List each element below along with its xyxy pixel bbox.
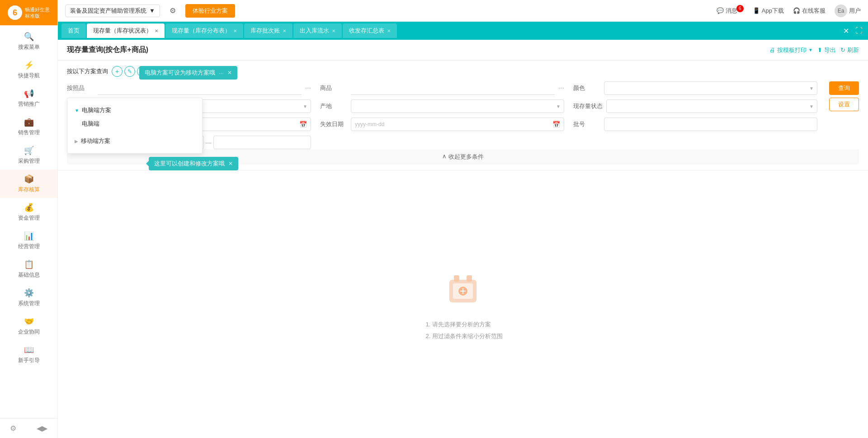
reset-button[interactable]: 设置 <box>829 98 859 111</box>
empty-tips: 请先选择要分析的方案 用过滤条件来缩小分析范围 <box>423 319 503 342</box>
sidebar: 6 畅通好生意 标准版 🔍 搜索菜单 ⚡ 快捷导航 📢 营销推广 💼 销售管理 … <box>0 0 58 438</box>
stock-status-label: 现存量状态 <box>573 102 603 110</box>
tab-close-inventory-status[interactable]: ✕ <box>155 28 158 33</box>
logo-text: 畅通好生意 标准版 <box>25 6 50 19</box>
scheme-dropdown-close[interactable]: ✕ <box>227 70 232 76</box>
tab-close-batch[interactable]: ✕ <box>283 28 286 33</box>
filter-header: 按以下方案查询 + ✎ ← 电脑方案可设为移动方案哦 ··· ✕ <box>67 66 859 77</box>
refresh-button[interactable]: ↻ 刷新 <box>840 46 859 54</box>
expiry-date-input[interactable]: yyyy-mm-dd 📅 <box>351 118 564 131</box>
filter-label: 按以下方案查询 <box>67 67 108 75</box>
export-icon: ⬆ <box>817 47 822 53</box>
add-scheme-button[interactable]: + <box>112 66 123 77</box>
tab-close-all-button[interactable]: ✕ <box>841 25 851 37</box>
goods-more-btn[interactable]: ··· <box>558 84 564 92</box>
scheme-section-desktop: ▼ 电脑端方案 电脑端 <box>67 102 202 132</box>
settings-btn[interactable]: ⚙ <box>10 424 16 433</box>
filter-row-origin: 产地 ▼ <box>320 99 564 113</box>
sidebar-item-collab[interactable]: 🤝 企业协同 <box>0 312 57 340</box>
stock-main-max-input[interactable] <box>213 136 311 149</box>
topbar-right: 💬 消息 6 📱 App下载 🎧 在线客服 Ea 用户 <box>717 5 861 17</box>
sidebar-item-system[interactable]: ⚙️ 系统管理 <box>0 283 57 312</box>
empty-illustration <box>440 266 486 311</box>
tabbar-actions: ✕ ⛶ <box>841 25 864 37</box>
scheme-tooltip-close[interactable]: ✕ <box>228 160 233 167</box>
warehouse-more-btn[interactable]: ··· <box>305 84 311 92</box>
color-select[interactable] <box>604 81 817 95</box>
sidebar-item-marketing[interactable]: 📢 营销推广 <box>0 84 57 113</box>
sidebar-item-basic[interactable]: 📋 基础信息 <box>0 255 57 283</box>
basic-icon: 📋 <box>24 259 34 269</box>
sidebar-item-guide[interactable]: 📖 新手引导 <box>0 340 57 369</box>
system-icon: ⚙️ <box>24 288 34 298</box>
print-chevron-icon: ▼ <box>808 47 813 52</box>
marketing-icon: 📢 <box>24 89 34 99</box>
print-icon: 🖨 <box>769 47 775 53</box>
sidebar-item-inventory[interactable]: 📦 库存核算 <box>0 170 57 198</box>
search-icon: 🔍 <box>24 32 34 42</box>
sidebar-item-purchase[interactable]: 🛒 采购管理 <box>0 141 57 170</box>
scheme-dropdown-tooltip: 电脑方案可设为移动方案哦 ··· ✕ <box>139 66 237 80</box>
sidebar-menu: 🔍 搜索菜单 ⚡ 快捷导航 📢 营销推广 💼 销售管理 🛒 采购管理 📦 库存核… <box>0 25 57 418</box>
scheme-group-mobile: ▶ 移动端方案 <box>75 134 197 148</box>
chevron-down-icon: ▼ <box>149 7 155 14</box>
filter-row-expiry-date: 失效日期 yyyy-mm-dd 📅 <box>320 118 564 131</box>
tab-flow[interactable]: 出入库流水 ✕ <box>293 24 342 38</box>
online-service-button[interactable]: 🎧 在线客服 <box>793 7 826 15</box>
main-content: 装备及固定资产辅助管理系统 ▼ ⚙ 体验行业方案 💬 消息 6 📱 App下载 … <box>58 0 868 438</box>
logo-icon: 6 <box>8 5 22 20</box>
tab-summary[interactable]: 收发存汇总表 ✕ <box>343 24 397 38</box>
edit-scheme-button[interactable]: ✎ <box>124 66 135 77</box>
warehouse-label: 按照品 <box>67 84 94 92</box>
stock-status-select[interactable] <box>606 99 817 113</box>
trial-button[interactable]: 体验行业方案 <box>185 4 235 18</box>
tab-expand-button[interactable]: ⛶ <box>854 25 864 37</box>
color-label: 颜色 <box>573 84 600 92</box>
tab-inventory-dist[interactable]: 现存量（库存分布表） ✕ <box>165 24 243 38</box>
svg-rect-5 <box>454 275 459 282</box>
sidebar-item-search[interactable]: 🔍 搜索菜单 <box>0 27 57 56</box>
filter-area: 按以下方案查询 + ✎ ← 电脑方案可设为移动方案哦 ··· ✕ <box>58 61 868 170</box>
sales-icon: 💼 <box>24 117 34 127</box>
sidebar-logo: 6 畅通好生意 标准版 <box>0 0 57 25</box>
sidebar-item-management[interactable]: 📊 经营管理 <box>0 226 57 255</box>
filter-row-warehouse: 按照品 ··· <box>67 81 311 95</box>
export-button[interactable]: ⬆ 导出 <box>817 46 836 54</box>
search-actions: 查询 设置 <box>829 81 859 111</box>
goods-label: 商品 <box>320 84 347 92</box>
tab-close-flow[interactable]: ✕ <box>332 28 335 33</box>
tab-inventory-status[interactable]: 现存量（库存状况表） ✕ <box>87 24 165 38</box>
app-download-button[interactable]: 📱 App下载 <box>753 7 784 15</box>
message-button[interactable]: 💬 消息 6 <box>717 7 744 15</box>
tab-batch[interactable]: 库存批次账 ✕ <box>244 24 292 38</box>
tab-close-inventory-dist[interactable]: ✕ <box>233 28 237 33</box>
page: 现存量查询(按仓库+商品) 🖨 按模板打印 ▼ ⬆ 导出 ↻ 刷新 <box>58 40 868 438</box>
user-area[interactable]: Ea 用户 <box>835 5 861 17</box>
collab-icon: 🤝 <box>24 316 34 326</box>
topbar-gear-button[interactable]: ⚙ <box>165 4 180 18</box>
sidebar-item-finance[interactable]: 💰 资金管理 <box>0 198 57 226</box>
expiry-calendar-icon: 📅 <box>552 121 560 128</box>
tab-home[interactable]: 首页 <box>61 24 86 38</box>
print-button[interactable]: 🖨 按模板打印 ▼ <box>769 46 813 54</box>
refresh-icon: ↻ <box>840 47 845 53</box>
sidebar-bottom: ⚙ ◀▶ <box>0 418 57 438</box>
batch-input[interactable] <box>604 118 817 131</box>
origin-select[interactable] <box>351 99 564 113</box>
scheme-arrow-icon-mobile: ▶ <box>75 139 78 144</box>
tabbar: 首页 现存量（库存状况表） ✕ 现存量（库存分布表） ✕ 库存批次账 ✕ 出入库… <box>58 22 868 40</box>
lightning-icon: ⚡ <box>24 60 34 70</box>
headset-icon: 🎧 <box>793 7 800 14</box>
sidebar-item-sales[interactable]: 💼 销售管理 <box>0 113 57 141</box>
range-separator: — <box>206 139 212 146</box>
svg-rect-6 <box>467 275 472 282</box>
app-selector[interactable]: 装备及固定资产辅助管理系统 ▼ <box>65 5 160 17</box>
avatar: Ea <box>835 5 847 17</box>
sidebar-item-quicknav[interactable]: ⚡ 快捷导航 <box>0 56 57 84</box>
scheme-group-desktop: ▼ 电脑端方案 <box>75 104 197 117</box>
search-button[interactable]: 查询 <box>829 81 859 95</box>
scheme-item-desktop[interactable]: 电脑端 <box>75 117 197 131</box>
tab-close-summary[interactable]: ✕ <box>387 28 391 33</box>
inventory-icon: 📦 <box>24 174 34 184</box>
collapse-sidebar-btn[interactable]: ◀▶ <box>37 424 47 433</box>
